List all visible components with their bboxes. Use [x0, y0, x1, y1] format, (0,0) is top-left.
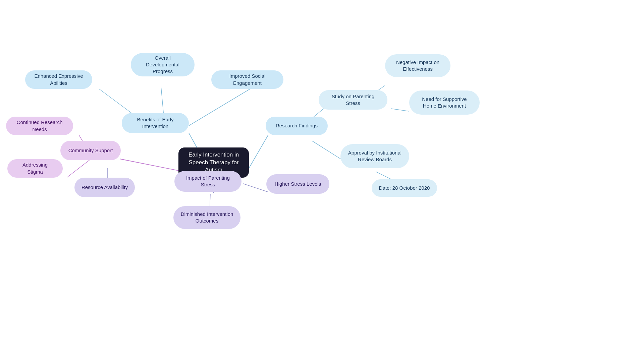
svg-line-11 [249, 135, 268, 168]
enhanced-exp-node[interactable]: Enhanced Expressive Abilities [25, 70, 92, 89]
svg-line-3 [189, 89, 250, 126]
diminished-outcomes-node[interactable]: Diminished Intervention Outcomes [173, 206, 240, 229]
resource-availability-node[interactable]: Resource Availability [74, 178, 135, 197]
need-supportive-node[interactable]: Need for Supportive Home Environment [409, 90, 480, 115]
higher-stress-node[interactable]: Higher Stress Levels [266, 174, 329, 194]
negative-impact-node[interactable]: Negative Impact on Effectiveness [385, 54, 450, 77]
svg-line-15 [312, 141, 342, 160]
approval-irb-node[interactable]: Approval by Institutional Review Boards [340, 144, 409, 168]
study-parenting-node[interactable]: Study on Parenting Stress [319, 90, 387, 110]
impact-parenting-node[interactable]: Impact of Parenting Stress [174, 171, 241, 192]
continued-research-node[interactable]: Continued Research Needs [6, 117, 73, 135]
improved-social-node[interactable]: Improved Social Engagement [211, 70, 283, 89]
research-findings-node[interactable]: Research Findings [266, 117, 328, 135]
overall-dev-node[interactable]: Overall Developmental Progress [131, 53, 195, 76]
community-support-node[interactable]: Community Support [60, 141, 121, 160]
benefits-node[interactable]: Benefits of Early Intervention [122, 113, 189, 133]
addressing-stigma-node[interactable]: Addressing Stigma [7, 159, 63, 178]
svg-line-14 [391, 109, 409, 111]
svg-line-6 [67, 159, 91, 177]
svg-line-9 [243, 184, 268, 192]
date-node[interactable]: Date: 28 October 2020 [372, 179, 437, 197]
